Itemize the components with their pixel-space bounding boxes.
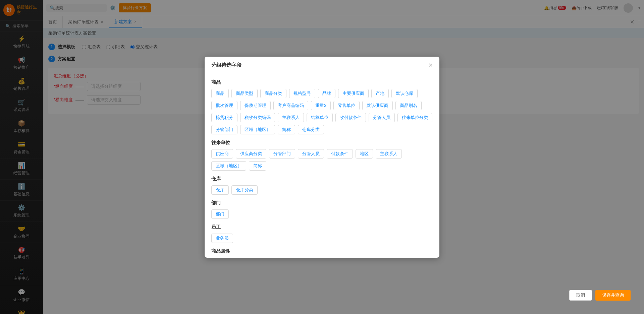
field-grid-partner: 供应商供应商分类分管部门分管人员付款条件地区主联系人区域（地区）简称 [211, 149, 433, 171]
field-tag-简称[interactable]: 简称 [278, 125, 295, 134]
field-grid-warehouse: 仓库仓库分类 [211, 185, 433, 195]
field-tag-产地[interactable]: 产地 [371, 89, 389, 98]
field-tag-规格型号[interactable]: 规格型号 [289, 89, 315, 98]
field-tag-仓库分类[interactable]: 仓库分类 [298, 125, 324, 134]
field-tag-商品别名[interactable]: 商品别名 [395, 101, 422, 110]
field-tag-收付款条件[interactable]: 收付款条件 [335, 113, 366, 122]
field-grid-employee: 业务员 [211, 234, 433, 243]
field-tag-主联系人[interactable]: 主联系人 [278, 113, 304, 122]
section-title-partner: 往来单位 [211, 140, 433, 146]
field-tag-供应商[interactable]: 供应商 [211, 149, 233, 159]
field-tag-区域（地区）[interactable]: 区域（地区） [240, 125, 275, 134]
section-title-goods-attr: 商品属性 [211, 248, 433, 254]
field-tag-往来单位分类[interactable]: 往来单位分类 [397, 113, 432, 122]
modal-footer: 取消 保存并查询 [569, 290, 631, 301]
field-tag-部门[interactable]: 部门 [211, 209, 229, 219]
section-title-goods: 商品 [211, 79, 433, 85]
modal-title: 分组待选字段 [211, 62, 241, 68]
field-tag-业务员[interactable]: 业务员 [211, 234, 233, 243]
field-selection-modal: 分组待选字段 ✕ 商品商品商品类型商品分类规格型号品牌主要供应商产地默认仓库批次… [205, 57, 439, 258]
field-tag-仓库[interactable]: 仓库 [211, 185, 229, 195]
field-tag-供应商分类[interactable]: 供应商分类 [236, 149, 266, 159]
field-tag-默认供应商[interactable]: 默认供应商 [362, 101, 393, 110]
field-tag-税收分类编码[interactable]: 税收分类编码 [240, 113, 275, 122]
field-tag-零售单位[interactable]: 零售单位 [333, 101, 360, 110]
field-tag-分管部门[interactable]: 分管部门 [211, 125, 237, 134]
field-grid-goods: 商品商品类型商品分类规格型号品牌主要供应商产地默认仓库批次管理保质期管理客户商品… [211, 89, 433, 134]
field-tag-商品[interactable]: 商品 [211, 89, 229, 98]
field-tag-付款条件[interactable]: 付款条件 [327, 149, 353, 159]
field-tag-商品分类[interactable]: 商品分类 [260, 89, 286, 98]
field-tag-重量3[interactable]: 重量3 [311, 101, 331, 110]
field-tag-主联系人[interactable]: 主联系人 [376, 149, 402, 159]
field-tag-品牌[interactable]: 品牌 [318, 89, 335, 98]
field-tag-分管人员[interactable]: 分管人员 [369, 113, 395, 122]
confirm-button[interactable]: 保存并查询 [595, 290, 631, 301]
section-title-department: 部门 [211, 200, 433, 206]
field-tag-主要供应商[interactable]: 主要供应商 [338, 89, 369, 98]
field-tag-分管人员[interactable]: 分管人员 [298, 149, 324, 159]
modal-body[interactable]: 商品商品商品类型商品分类规格型号品牌主要供应商产地默认仓库批次管理保质期管理客户… [205, 74, 439, 258]
section-title-employee: 员工 [211, 224, 433, 230]
field-tag-默认仓库[interactable]: 默认仓库 [391, 89, 418, 98]
field-tag-简称[interactable]: 简称 [249, 161, 266, 171]
cancel-button[interactable]: 取消 [569, 290, 592, 301]
modal-header: 分组待选字段 ✕ [205, 57, 439, 74]
field-tag-商品类型[interactable]: 商品类型 [231, 89, 258, 98]
field-tag-结算单位[interactable]: 结算单位 [307, 113, 333, 122]
field-tag-区域（地区）[interactable]: 区域（地区） [211, 161, 246, 171]
field-tag-拣货积分[interactable]: 拣货积分 [211, 113, 237, 122]
field-tag-仓库分类[interactable]: 仓库分类 [231, 185, 258, 195]
field-grid-department: 部门 [211, 209, 433, 219]
section-title-warehouse: 仓库 [211, 176, 433, 182]
field-tag-保质期管理[interactable]: 保质期管理 [240, 101, 271, 110]
field-tag-地区[interactable]: 地区 [356, 149, 373, 159]
modal-close-btn[interactable]: ✕ [428, 62, 433, 68]
field-tag-批次管理[interactable]: 批次管理 [211, 101, 237, 110]
field-tag-客户商品编码[interactable]: 客户商品编码 [273, 101, 308, 110]
field-tag-分管部门[interactable]: 分管部门 [269, 149, 295, 159]
